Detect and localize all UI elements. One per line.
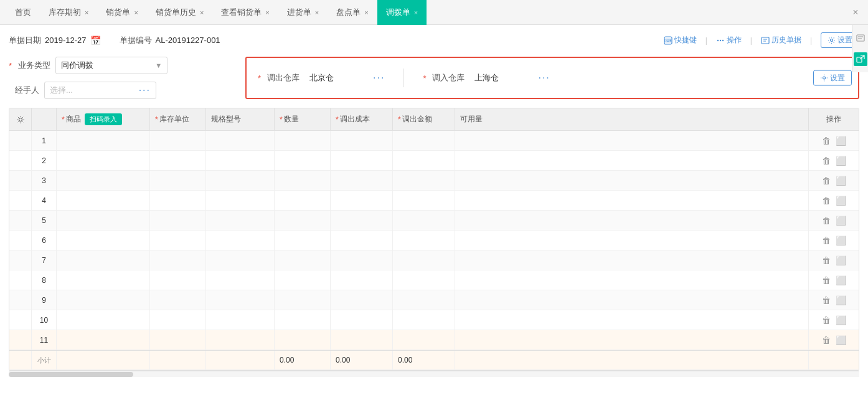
td-cost-1[interactable] (331, 131, 393, 150)
tab-inventory-check[interactable]: 盘点单 × (328, 0, 377, 25)
in-warehouse-dots[interactable]: ··· (538, 72, 550, 83)
out-warehouse-dots[interactable]: ··· (373, 72, 385, 83)
copy-icon-4[interactable]: ⬜ (836, 196, 846, 206)
td-no-2: 2 (32, 151, 57, 170)
tab-view-sales-close[interactable]: × (265, 9, 269, 16)
operation-btn[interactable]: 操作 (716, 35, 742, 45)
history-btn[interactable]: 历史单据 (761, 35, 801, 45)
copy-icon-6[interactable]: ⬜ (836, 236, 846, 245)
td-gear-2 (9, 151, 32, 170)
action-icons-7: 🗑⬜ (822, 255, 846, 265)
tab-inventory-init-close[interactable]: × (85, 9, 88, 16)
table-row: 8 🗑⬜ (9, 270, 859, 290)
history-icon (761, 36, 770, 45)
td-spec-2[interactable] (206, 151, 275, 170)
handler-label: 经手人 (15, 85, 39, 96)
action-icons-8: 🗑⬜ (822, 275, 846, 285)
scan-btn[interactable]: 扫码录入 (85, 113, 122, 125)
copy-icon-7[interactable]: ⬜ (836, 255, 846, 265)
shortcut-btn[interactable]: ⌨ 快捷键 (664, 35, 697, 45)
delete-icon-6[interactable]: 🗑 (822, 236, 831, 245)
date-value: 2019-12-27 (45, 36, 87, 45)
handler-placeholder: 选择... (50, 85, 73, 96)
handler-dots[interactable]: ··· (139, 85, 151, 96)
td-action-2: 🗑 ⬜ (809, 151, 859, 170)
td-avail-1[interactable] (455, 131, 809, 150)
list-icon (856, 34, 865, 42)
tab-view-sales[interactable]: 查看销货单 × (212, 0, 278, 25)
scrollbar-thumb[interactable] (9, 372, 133, 377)
scrollbar-area[interactable] (9, 371, 859, 377)
sidebar-list-btn[interactable] (854, 31, 867, 45)
tab-sales-history-close[interactable]: × (200, 9, 204, 16)
delete-icon-1[interactable]: 🗑 (822, 136, 831, 146)
warehouse-section: * 调出仓库 北京仓 ··· * 调入仓库 上海仓 ··· (245, 57, 859, 99)
handler-select[interactable]: 选择... ··· (44, 82, 156, 99)
data-table: * 商品 扫码录入 * 库存单位 规格型号 * 数量 (9, 108, 859, 371)
copy-icon-3[interactable]: ⬜ (836, 176, 846, 186)
delete-icon-3[interactable]: 🗑 (822, 176, 831, 186)
business-type-star: * (9, 61, 12, 70)
business-type-select[interactable]: 同价调拨 ▼ (55, 57, 167, 74)
delete-icon-4[interactable]: 🗑 (822, 196, 831, 206)
td-no-1: 1 (32, 131, 57, 150)
tab-home[interactable]: 首页 (6, 0, 40, 25)
in-warehouse-field: * 调入仓库 上海仓 ··· (423, 72, 550, 83)
td-unit-2[interactable] (150, 151, 206, 170)
business-type-field: * 业务类型 同价调拨 ▼ (9, 57, 233, 74)
td-spec-1[interactable] (206, 131, 275, 150)
table-row: 1 🗑 ⬜ (9, 131, 859, 151)
copy-icon-1[interactable]: ⬜ (836, 136, 846, 146)
td-product-1[interactable] (57, 131, 150, 150)
sidebar-external-btn[interactable] (854, 52, 867, 66)
delete-icon-11[interactable]: 🗑 (822, 335, 831, 345)
tab-purchase[interactable]: 进货单 × (278, 0, 328, 25)
calendar-icon[interactable]: 📅 (90, 36, 101, 45)
td-amount-2[interactable] (393, 151, 455, 170)
th-settings[interactable] (9, 108, 32, 130)
delete-icon-5[interactable]: 🗑 (822, 216, 831, 226)
window-close-btn[interactable]: × (849, 6, 862, 19)
copy-icon-2[interactable]: ⬜ (836, 156, 846, 166)
sep1: | (705, 36, 707, 45)
date-label: 单据日期 (9, 35, 41, 46)
svg-point-9 (823, 77, 826, 79)
th-product: * 商品 扫码录入 (57, 108, 150, 130)
delete-icon-7[interactable]: 🗑 (822, 255, 831, 265)
td-qty-1[interactable] (275, 131, 331, 150)
td-cost-2[interactable] (331, 151, 393, 170)
tab-sales-order[interactable]: 销货单 × (97, 0, 146, 25)
td-amount-1[interactable] (393, 131, 455, 150)
table-settings-icon (16, 115, 25, 124)
content-wrapper: 单据日期 2019-12-27 📅 单据编号 AL-20191227-001 ⌨… (0, 25, 868, 384)
copy-icon-5[interactable]: ⬜ (836, 216, 846, 226)
svg-point-8 (831, 39, 833, 42)
tab-transfer[interactable]: 调拨单 × (377, 0, 427, 25)
tab-sales-history[interactable]: 销货单历史 × (147, 0, 212, 25)
tab-purchase-close[interactable]: × (315, 9, 319, 16)
table-row: 9 🗑⬜ (9, 290, 859, 310)
td-qty-2[interactable] (275, 151, 331, 170)
out-warehouse-star: * (258, 74, 261, 83)
td-product-2[interactable] (57, 151, 150, 170)
delete-icon-9[interactable]: 🗑 (822, 295, 831, 305)
delete-icon-8[interactable]: 🗑 (822, 275, 831, 285)
td-avail-2[interactable] (455, 151, 809, 170)
warehouse-divider (403, 69, 404, 87)
form-left: * 业务类型 同价调拨 ▼ 经手人 选择... ··· (9, 57, 233, 99)
date-field: 单据日期 2019-12-27 📅 (9, 35, 101, 46)
tab-inventory-init[interactable]: 库存期初 × (40, 0, 97, 25)
warehouse-settings-button[interactable]: 设置 (813, 70, 852, 86)
copy-icon-10[interactable]: ⬜ (836, 315, 846, 325)
operation-icon (716, 36, 725, 45)
delete-icon-10[interactable]: 🗑 (822, 315, 831, 325)
copy-icon-11[interactable]: ⬜ (836, 335, 846, 345)
td-unit-1[interactable] (150, 131, 206, 150)
tab-transfer-close[interactable]: × (414, 9, 418, 16)
tab-sales-order-close[interactable]: × (134, 9, 138, 16)
tab-purchase-label: 进货单 (287, 7, 311, 18)
copy-icon-8[interactable]: ⬜ (836, 275, 846, 285)
tab-inventory-check-close[interactable]: × (364, 9, 368, 16)
copy-icon-9[interactable]: ⬜ (836, 295, 846, 305)
delete-icon-2[interactable]: 🗑 (822, 156, 831, 166)
